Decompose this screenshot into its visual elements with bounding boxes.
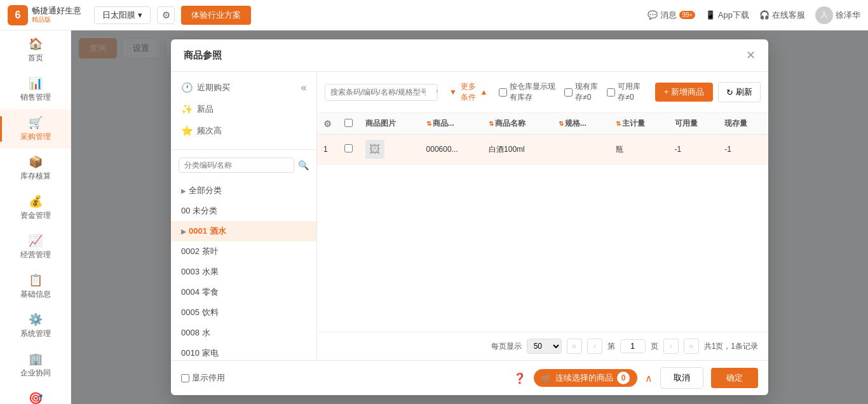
message-label: 消息 bbox=[660, 10, 677, 21]
checkbox-warehouse-stock-input[interactable] bbox=[499, 88, 507, 97]
modal-footer: 显示停用 ❓ 🛒 连续选择的商品 0 ∧ 取消 确定 bbox=[171, 360, 768, 395]
sidebar-item-system[interactable]: ⚙️ 系统管理 bbox=[0, 306, 71, 346]
th-code-label: 商品... bbox=[433, 118, 454, 129]
row-checkbox[interactable] bbox=[344, 144, 353, 152]
th-name-label: 商品名称 bbox=[495, 118, 526, 129]
nav-right: 💬 消息 99+ 📱 App下载 🎧 在线客服 人 徐泽华 bbox=[648, 6, 860, 24]
trial-btn[interactable]: 体验行业方案 bbox=[181, 6, 251, 25]
th-spec[interactable]: ⇅ 规格... bbox=[552, 113, 609, 135]
sidebar-item-finance[interactable]: 💰 资金管理 bbox=[0, 188, 71, 227]
last-page-btn[interactable]: » bbox=[684, 339, 699, 354]
collab-icon: 🏢 bbox=[29, 352, 43, 366]
sidebar: 🏠 首页 📊 销售管理 🛒 采购管理 📦 库存核算 � bbox=[0, 30, 71, 404]
table-select-all[interactable] bbox=[344, 119, 353, 127]
top-nav: 6 畅捷通好生意 精品版 日太阳膜 ▾ ⚙ 体验行业方案 💬 消息 99+ 📱 … bbox=[0, 0, 868, 30]
sidebar-item-guide[interactable]: 🎯 新手引导 bbox=[0, 385, 71, 404]
confirm-btn[interactable]: 确定 bbox=[711, 368, 758, 388]
sidebar-item-inventory[interactable]: 📦 库存核算 bbox=[0, 149, 71, 188]
tab-new-product[interactable]: ✨ 新品 bbox=[171, 98, 316, 120]
help-icon[interactable]: ❓ bbox=[513, 372, 526, 384]
sidebar-item-home[interactable]: 🏠 首页 bbox=[0, 30, 71, 70]
sidebar-item-wrap-finance: 💰 资金管理 bbox=[0, 188, 71, 227]
product-reference-modal: 商品参照 ✕ 🕐 近期购买 « bbox=[171, 39, 768, 395]
left-divider bbox=[171, 149, 316, 150]
modal-left-tabs: 🕐 近期购买 « ✨ 新品 ⭐ 频次高 bbox=[171, 72, 316, 147]
cell-available: -1 bbox=[668, 135, 719, 165]
checkbox-available-stock[interactable]: 可用库存≠0 bbox=[607, 81, 644, 103]
cancel-btn[interactable]: 取消 bbox=[660, 367, 703, 389]
user-item[interactable]: 人 徐泽华 bbox=[815, 6, 860, 24]
first-page-btn[interactable]: « bbox=[567, 339, 582, 354]
th-available: 可用量 bbox=[668, 113, 719, 135]
sidebar-item-wrap-inventory: 📦 库存核算 bbox=[0, 149, 71, 188]
th-unit[interactable]: ⇅ 主计量 bbox=[609, 113, 668, 135]
search-icon[interactable]: 🔍 bbox=[298, 160, 309, 170]
th-spec-label: 规格... bbox=[565, 118, 587, 129]
tree-item-00[interactable]: 00 未分类 bbox=[171, 201, 316, 221]
phone-icon: 📱 bbox=[705, 10, 715, 20]
message-icon: 💬 bbox=[648, 10, 658, 20]
tree-item-0003[interactable]: 0003 水果 bbox=[171, 262, 316, 282]
checkbox-warehouse-stock[interactable]: 按仓库显示现有库存 bbox=[499, 81, 559, 103]
pagination-info: 共1页，1条记录 bbox=[704, 341, 758, 352]
table-row[interactable]: 1 🖼 000600... 白酒100ml bbox=[317, 135, 768, 165]
cell-checkbox[interactable] bbox=[338, 135, 359, 165]
sidebar-item-wrap-basic: 📋 基础信息 bbox=[0, 267, 71, 306]
show-disabled-input[interactable] bbox=[181, 374, 189, 382]
sidebar-item-operations[interactable]: 📈 经营管理 bbox=[0, 227, 71, 267]
category-search-input[interactable] bbox=[179, 158, 294, 173]
next-page-btn[interactable]: › bbox=[663, 339, 679, 354]
tab-frequent[interactable]: ⭐ 频次高 bbox=[171, 120, 316, 142]
modal-close-btn[interactable]: ✕ bbox=[746, 48, 756, 62]
checkbox-existing-stock[interactable]: 现有库存≠0 bbox=[564, 81, 602, 103]
sidebar-item-wrap-collab: 🏢 企业协同 bbox=[0, 346, 71, 385]
refresh-icon: ↻ bbox=[726, 88, 733, 97]
page-input[interactable] bbox=[620, 339, 646, 353]
sidebar-item-sales[interactable]: 📊 销售管理 bbox=[0, 70, 71, 109]
table-settings-icon[interactable]: ⚙ bbox=[323, 119, 332, 129]
filter-icon: ▼ bbox=[449, 88, 457, 97]
more-filter-btn[interactable]: ▼ 更多条件 ▲ bbox=[443, 78, 494, 106]
add-product-label: + 新增商品 bbox=[664, 86, 704, 98]
add-product-btn[interactable]: + 新增商品 bbox=[655, 83, 713, 102]
online-service-item[interactable]: 🎧 在线客服 bbox=[759, 10, 805, 21]
show-disabled-checkbox[interactable]: 显示停用 bbox=[181, 372, 225, 384]
footer-collapse-icon[interactable]: ∧ bbox=[645, 372, 653, 384]
tree-item-0001[interactable]: ▶ 0001 酒水 bbox=[171, 221, 316, 241]
tree-item-0002[interactable]: 0002 茶叶 bbox=[171, 241, 316, 262]
prev-page-btn[interactable]: ‹ bbox=[587, 339, 602, 354]
collapse-icon[interactable]: « bbox=[296, 80, 311, 95]
sidebar-item-basic[interactable]: 📋 基础信息 bbox=[0, 267, 71, 306]
checkbox-existing-stock-input[interactable] bbox=[564, 88, 573, 97]
cart-btn[interactable]: 🛒 连续选择的商品 0 bbox=[534, 369, 637, 387]
store-selector[interactable]: 日太阳膜 ▾ bbox=[94, 6, 151, 24]
th-settings[interactable]: ⚙ bbox=[317, 113, 338, 135]
per-page-select[interactable]: 10 20 50 100 bbox=[527, 339, 562, 354]
table-header-row: ⚙ 商品图片 ⇅ bbox=[317, 113, 768, 135]
th-code[interactable]: ⇅ 商品... bbox=[420, 113, 482, 135]
app-download-item[interactable]: 📱 App下载 bbox=[705, 10, 749, 21]
th-name[interactable]: ⇅ 商品名称 bbox=[482, 113, 552, 135]
sidebar-item-wrap-purchase: 🛒 采购管理 bbox=[0, 109, 71, 149]
sidebar-item-collab[interactable]: 🏢 企业协同 bbox=[0, 346, 71, 385]
tree-item-0008[interactable]: 0008 水 bbox=[171, 323, 316, 343]
cell-img: 🖼 bbox=[359, 135, 420, 165]
product-search-input[interactable] bbox=[325, 84, 431, 100]
refresh-btn[interactable]: ↻ 刷新 bbox=[718, 82, 761, 102]
logo-area: 6 畅捷通好生意 精品版 bbox=[8, 5, 84, 25]
checkbox-available-stock-input[interactable] bbox=[607, 88, 615, 97]
tab-recent-purchase[interactable]: 🕐 近期购买 bbox=[171, 77, 240, 98]
tree-item-0004[interactable]: 0004 零食 bbox=[171, 282, 316, 302]
modal-overlay: 商品参照 ✕ 🕐 近期购买 « bbox=[71, 30, 868, 404]
tree-item-all[interactable]: ▶ 全部分类 bbox=[171, 180, 316, 201]
modal-body: 🕐 近期购买 « ✨ 新品 ⭐ 频次高 bbox=[171, 72, 768, 360]
product-search-icon[interactable]: 🔍 bbox=[431, 84, 438, 100]
tree-item-0010[interactable]: 0010 家电 bbox=[171, 343, 316, 360]
tree-item-0005[interactable]: 0005 饮料 bbox=[171, 302, 316, 323]
sidebar-item-purchase[interactable]: 🛒 采购管理 bbox=[0, 109, 71, 149]
messages-item[interactable]: 💬 消息 99+ bbox=[648, 10, 695, 21]
message-badge: 99+ bbox=[679, 11, 695, 19]
sidebar-item-wrap-sales: 📊 销售管理 bbox=[0, 70, 71, 109]
gear-icon[interactable]: ⚙ bbox=[157, 6, 175, 24]
modal-header: 商品参照 ✕ bbox=[171, 39, 768, 72]
